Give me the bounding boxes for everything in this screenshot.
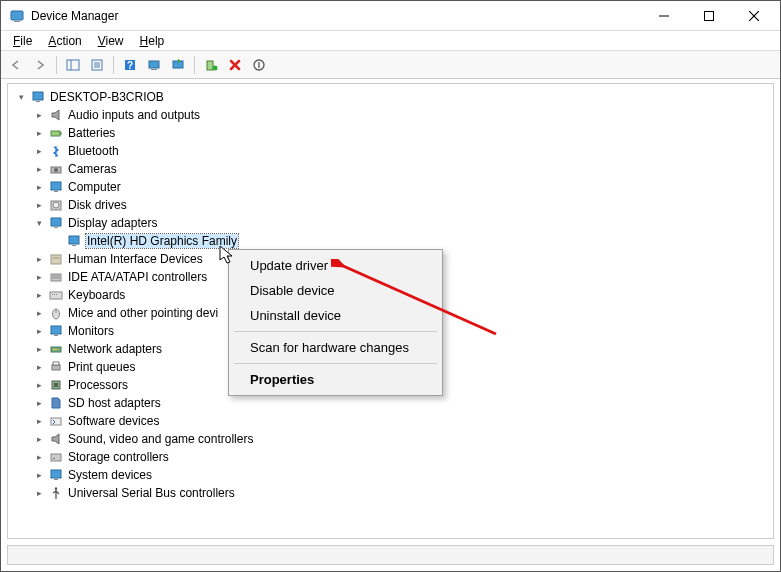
expand-icon[interactable]: ▸ xyxy=(32,396,46,410)
tree-category-label: Monitors xyxy=(68,324,114,338)
tree-category[interactable]: ▸ Software devices xyxy=(30,412,773,430)
menu-update-driver[interactable]: Update driver xyxy=(232,253,439,278)
svg-rect-26 xyxy=(51,182,61,190)
monitor-icon xyxy=(48,323,64,339)
expand-icon[interactable]: ▸ xyxy=(32,252,46,266)
mouse-icon xyxy=(48,305,64,321)
disk-icon xyxy=(48,197,64,213)
forward-button[interactable] xyxy=(29,54,51,76)
computer-icon xyxy=(30,89,46,105)
expand-icon[interactable]: ▸ xyxy=(32,360,46,374)
tree-category[interactable]: ▸ System devices xyxy=(30,466,773,484)
svg-rect-41 xyxy=(54,294,55,295)
keyboard-icon xyxy=(48,287,64,303)
tree-category[interactable]: ▾ Display adapters xyxy=(30,214,773,232)
expand-icon[interactable]: ▸ xyxy=(32,198,46,212)
expand-icon[interactable]: ▸ xyxy=(32,270,46,284)
svg-rect-30 xyxy=(51,218,61,226)
maximize-button[interactable] xyxy=(686,1,731,30)
tree-category-label: SD host adapters xyxy=(68,396,161,410)
svg-rect-15 xyxy=(151,69,157,70)
tree-category[interactable]: ▸ Sound, video and game controllers xyxy=(30,430,773,448)
back-button[interactable] xyxy=(5,54,27,76)
scan-hardware-button[interactable] xyxy=(143,54,165,76)
storage-icon xyxy=(48,449,64,465)
camera-icon xyxy=(48,161,64,177)
tree-category[interactable]: ▸ SD host adapters xyxy=(30,394,773,412)
statusbar xyxy=(7,545,774,565)
minimize-button[interactable] xyxy=(641,1,686,30)
menu-properties[interactable]: Properties xyxy=(232,367,439,392)
tree-category[interactable]: ▸ Computer xyxy=(30,178,773,196)
menu-file[interactable]: File xyxy=(5,32,40,50)
context-menu-separator xyxy=(234,363,437,364)
expand-icon[interactable]: ▸ xyxy=(32,324,46,338)
tree-root-label: DESKTOP-B3CRIOB xyxy=(50,90,164,104)
svg-rect-50 xyxy=(52,365,60,370)
menu-action[interactable]: Action xyxy=(40,32,89,50)
battery-icon xyxy=(48,125,64,141)
expand-icon[interactable]: ▸ xyxy=(32,486,46,500)
tree-category[interactable]: ▸ Storage controllers xyxy=(30,448,773,466)
tree-category-label: Batteries xyxy=(68,126,115,140)
svg-point-29 xyxy=(53,202,59,208)
svg-rect-55 xyxy=(51,454,61,461)
expand-icon[interactable]: ▸ xyxy=(32,378,46,392)
tree-category-label: Sound, video and game controllers xyxy=(68,432,253,446)
tree-category-label: Display adapters xyxy=(68,216,157,230)
menu-scan-hardware[interactable]: Scan for hardware changes xyxy=(232,335,439,360)
tree-category-label: Software devices xyxy=(68,414,159,428)
svg-text:?: ? xyxy=(127,60,133,71)
help-button[interactable]: ? xyxy=(119,54,141,76)
show-hide-tree-button[interactable] xyxy=(62,54,84,76)
expand-icon[interactable]: ▸ xyxy=(32,432,46,446)
expand-icon[interactable]: ▸ xyxy=(32,108,46,122)
collapse-icon[interactable]: ▾ xyxy=(14,90,28,104)
close-button[interactable] xyxy=(731,1,776,30)
disable-button[interactable] xyxy=(248,54,270,76)
expand-icon[interactable]: ▸ xyxy=(32,450,46,464)
expand-icon[interactable]: ▸ xyxy=(32,468,46,482)
update-driver-button[interactable] xyxy=(167,54,189,76)
tree-category[interactable]: ▸ Audio inputs and outputs xyxy=(30,106,773,124)
menu-uninstall-device[interactable]: Uninstall device xyxy=(232,303,439,328)
software-icon xyxy=(48,413,64,429)
tree-category[interactable]: ▸ Universal Serial Bus controllers xyxy=(30,484,773,502)
network-icon xyxy=(48,341,64,357)
tree-device-selected[interactable]: ▸ Intel(R) HD Graphics Family xyxy=(48,232,773,250)
uninstall-button[interactable] xyxy=(224,54,246,76)
menubar: File Action View Help xyxy=(1,31,780,51)
menu-help[interactable]: Help xyxy=(132,32,173,50)
tree-root[interactable]: ▾ DESKTOP-B3CRIOB xyxy=(12,88,773,106)
tree-category-label: Audio inputs and outputs xyxy=(68,108,200,122)
svg-rect-3 xyxy=(704,11,713,20)
svg-rect-17 xyxy=(207,61,213,70)
collapse-icon[interactable]: ▾ xyxy=(32,216,46,230)
tree-category[interactable]: ▸ Bluetooth xyxy=(30,142,773,160)
tree-category[interactable]: ▸ Cameras xyxy=(30,160,773,178)
svg-rect-46 xyxy=(54,335,58,336)
expand-icon[interactable]: ▸ xyxy=(32,144,46,158)
expand-icon[interactable]: ▸ xyxy=(32,288,46,302)
cpu-icon xyxy=(48,377,64,393)
svg-rect-23 xyxy=(60,132,62,135)
svg-point-25 xyxy=(54,168,58,172)
expand-icon[interactable]: ▸ xyxy=(32,414,46,428)
expand-icon[interactable]: ▸ xyxy=(32,180,46,194)
audio-icon xyxy=(48,107,64,123)
expand-icon[interactable]: ▸ xyxy=(32,306,46,320)
expand-icon[interactable]: ▸ xyxy=(32,126,46,140)
menu-disable-device[interactable]: Disable device xyxy=(232,278,439,303)
svg-rect-40 xyxy=(52,294,53,295)
properties-button[interactable] xyxy=(86,54,108,76)
svg-rect-56 xyxy=(53,458,55,459)
window-title: Device Manager xyxy=(31,9,641,23)
tree-category[interactable]: ▸ Batteries xyxy=(30,124,773,142)
expand-icon[interactable]: ▸ xyxy=(32,162,46,176)
menu-view[interactable]: View xyxy=(90,32,132,50)
tree-category-label: Print queues xyxy=(68,360,135,374)
tree-category-label: Network adapters xyxy=(68,342,162,356)
enable-button[interactable] xyxy=(200,54,222,76)
tree-category[interactable]: ▸ Disk drives xyxy=(30,196,773,214)
expand-icon[interactable]: ▸ xyxy=(32,342,46,356)
